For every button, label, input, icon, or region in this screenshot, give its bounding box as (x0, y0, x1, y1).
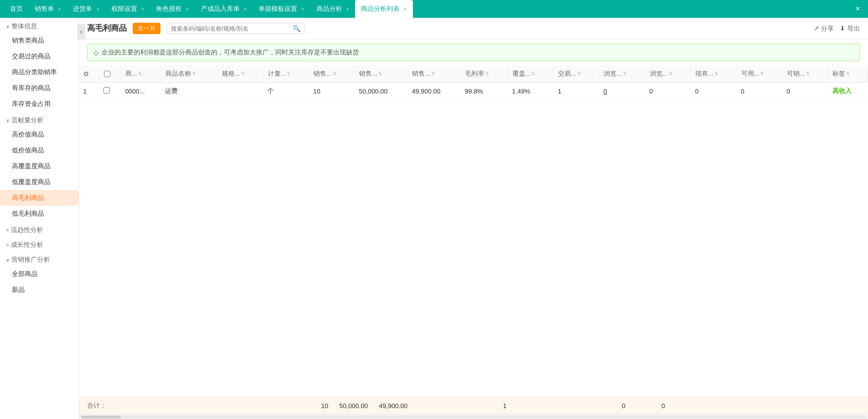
col-header-sales_amount[interactable]: 销售...⇅ (355, 65, 408, 83)
share-label: 分享 (821, 24, 834, 33)
footer-summary: 合计： 10 50,000.00 49,900.00 1 0 0 (79, 397, 868, 414)
sort-icon-coverage: ⇅ (531, 71, 535, 76)
nav-tab-进货单[interactable]: 进货单 × (67, 0, 105, 18)
col-header-sellable[interactable]: 可销...⇅ (782, 65, 828, 83)
sidebar-item-高毛利商品[interactable]: 高毛利商品 (0, 190, 79, 206)
search-icon[interactable]: 🔍 (293, 25, 301, 32)
nav-tab-权限设置[interactable]: 权限设置 × (105, 0, 150, 18)
col-header-code[interactable]: 商...⇅ (121, 65, 161, 83)
col-header-current_stock[interactable]: 现有...⇅ (691, 65, 737, 83)
table-row: 10000...运费个1050,000.0049,900.0099.8%1.49… (79, 83, 868, 100)
sidebar-group-整体信息[interactable]: ∨整体信息 (0, 18, 79, 33)
col-header-transaction[interactable]: 交易...⇅ (554, 65, 599, 83)
settings-icon[interactable]: ⚙ (83, 70, 89, 78)
search-box: 🔍 (166, 23, 305, 34)
sidebar-item-高价值商品[interactable]: 高价值商品 (0, 127, 79, 142)
row-checkbox[interactable] (103, 87, 110, 93)
col-label-view1: 浏览... (604, 69, 622, 78)
sidebar-item-新品[interactable]: 新品 (0, 282, 79, 298)
sidebar-group-贡献量分析[interactable]: ∨贡献量分析 (0, 112, 79, 127)
col-label-sellable: 可销... (787, 69, 805, 78)
sidebar-group-成长性分析[interactable]: >成长性分析 (0, 236, 79, 251)
sidebar-item-交易过的商品[interactable]: 交易过的商品 (0, 48, 79, 64)
share-button[interactable]: ↗ 分享 (814, 24, 834, 33)
nav-tab-首页[interactable]: 首页 (4, 0, 29, 18)
cell-spec (218, 83, 263, 100)
col-header-view1[interactable]: 浏览...⇅ (600, 65, 645, 83)
cell-index: 1 (79, 83, 100, 100)
content-header: 高毛利商品 近一月 🔍 ↗ 分享 ⬇ 导出 (79, 18, 868, 40)
tab-close-icon[interactable]: × (96, 0, 99, 18)
sidebar-item-库存资金占用[interactable]: 库存资金占用 (0, 96, 79, 112)
cell-name: 运费 (161, 83, 217, 100)
footer-sales-qty: 10 (295, 402, 334, 410)
col-header-tag[interactable]: 标签⇅ (828, 65, 868, 83)
scrollbar-thumb[interactable] (81, 416, 121, 419)
sidebar-item-有库存的商品[interactable]: 有库存的商品 (0, 80, 79, 96)
tab-close-icon[interactable]: × (186, 0, 189, 18)
sort-icon-tag: ⇅ (846, 71, 850, 76)
sidebar: ∨整体信息销售类商品交易过的商品商品分类助销率有库存的商品库存资金占用∨贡献量分… (0, 18, 79, 419)
sort-icon-gross_margin: ⇅ (485, 71, 489, 76)
sidebar-item-低毛利商品[interactable]: 低毛利商品 (0, 206, 79, 222)
tab-close-icon[interactable]: × (141, 0, 144, 18)
tab-close-icon[interactable]: × (58, 0, 61, 18)
col-header-coverage[interactable]: 覆盖...⇅ (508, 65, 554, 83)
horizontal-scrollbar[interactable] (79, 414, 868, 419)
sort-icon-sales_profit: ⇅ (431, 71, 435, 76)
sidebar-item-高覆盖度商品[interactable]: 高覆盖度商品 (0, 158, 79, 174)
sort-icon-sales_qty: ⇅ (333, 71, 337, 76)
scrollbar-track (81, 416, 866, 419)
col-label-sales_qty: 销售... (313, 69, 332, 78)
sidebar-item-销售类商品[interactable]: 销售类商品 (0, 33, 79, 48)
footer-sales-amount: 50,000.00 (334, 402, 374, 410)
footer-sales-profit: 49,900.00 (374, 402, 413, 410)
view1-link[interactable]: 0 (604, 88, 607, 95)
cell-available_stock: 0 (737, 83, 782, 100)
col-header-available_stock[interactable]: 可用...⇅ (737, 65, 782, 83)
window-close-button[interactable]: × (852, 4, 864, 13)
filter-recent-month-button[interactable]: 近一月 (133, 23, 160, 34)
export-button[interactable]: ⬇ 导出 (840, 24, 860, 33)
col-header-gross_margin[interactable]: 毛利率⇅ (461, 65, 509, 83)
nav-tab-商品分析[interactable]: 商品分析 × (310, 0, 355, 18)
nav-tab-商品分析列表[interactable]: 商品分析列表 × (355, 0, 412, 18)
cell-tag: 高收入 (828, 83, 868, 100)
col-header-spec[interactable]: 规格...⇅ (218, 65, 263, 83)
sort-icon-spec: ⇅ (241, 71, 245, 76)
col-label-sales_amount: 销售... (359, 69, 377, 78)
tab-close-icon[interactable]: × (244, 0, 247, 18)
tab-close-icon[interactable]: × (346, 0, 349, 18)
sidebar-group-营销推广分析[interactable]: ∨营销推广分析 (0, 251, 79, 266)
nav-tab-单据模板设置[interactable]: 单据模板设置 × (253, 0, 310, 18)
cell-view1[interactable]: 0 (600, 83, 645, 100)
cell-view2: 0 (645, 83, 691, 100)
sort-icon-available_stock: ⇅ (760, 71, 764, 76)
search-input[interactable] (171, 25, 291, 32)
nav-tab-角色授权[interactable]: 角色授权 × (150, 0, 195, 18)
nav-tab-产成品入库单[interactable]: 产成品入库单 × (195, 0, 253, 18)
export-label: 导出 (847, 24, 860, 33)
col-header-sales_profit[interactable]: 销售...⇅ (408, 65, 461, 83)
sidebar-item-低覆盖度商品[interactable]: 低覆盖度商品 (0, 174, 79, 190)
cell-transaction: 1 (554, 83, 599, 100)
col-header-view2[interactable]: 浏览...⇅ (645, 65, 691, 83)
page-title: 高毛利商品 (87, 23, 127, 34)
col-header-unit[interactable]: 计量...⇅ (263, 65, 309, 83)
cell-sales_amount: 50,000.00 (355, 83, 408, 100)
sidebar-item-商品分类助销率[interactable]: 商品分类助销率 (0, 64, 79, 80)
nav-tab-销售单[interactable]: 销售单 × (29, 0, 67, 18)
col-header-name[interactable]: 商品名称⇅ (161, 65, 217, 83)
col-header-sales_qty[interactable]: 销售...⇅ (309, 65, 355, 83)
sidebar-group-流趋性分析[interactable]: >流趋性分析 (0, 222, 79, 236)
sidebar-item-全部商品[interactable]: 全部商品 (0, 266, 79, 282)
footer-label: 合计： (87, 401, 106, 410)
sidebar-wrapper: ∨整体信息销售类商品交易过的商品商品分类助销率有库存的商品库存资金占用∨贡献量分… (0, 18, 79, 419)
table-container: ⚙商...⇅商品名称⇅规格...⇅计量...⇅销售...⇅销售...⇅销售...… (79, 65, 868, 397)
select-all-checkbox[interactable] (104, 71, 110, 77)
tab-close-icon[interactable]: × (404, 0, 407, 18)
tab-close-icon[interactable]: × (301, 0, 304, 18)
sidebar-collapse-button[interactable]: « (77, 24, 85, 40)
sidebar-item-低价值商品[interactable]: 低价值商品 (0, 142, 79, 158)
cell-checkbox[interactable] (100, 83, 121, 100)
